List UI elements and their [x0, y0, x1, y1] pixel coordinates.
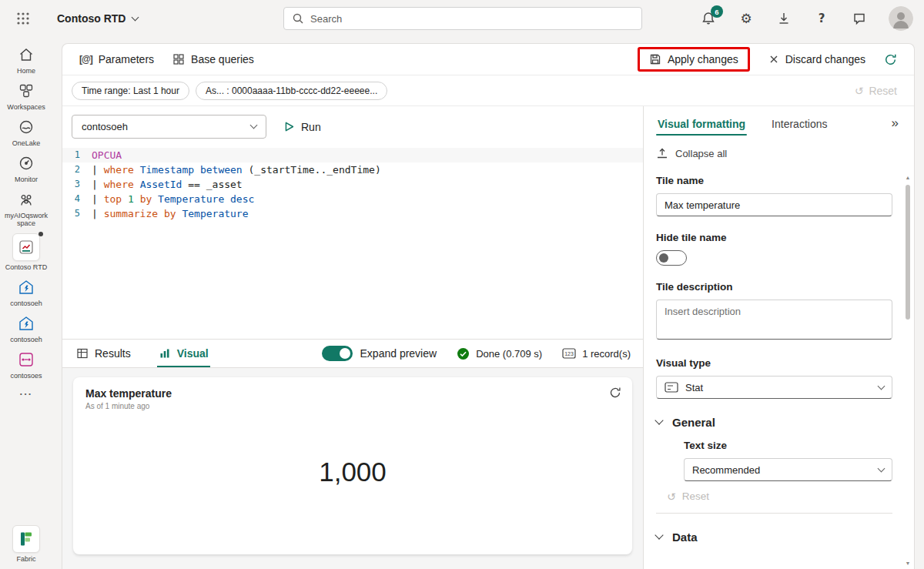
sidebar-item-label: Contoso RTD [5, 263, 47, 271]
discard-changes-button[interactable]: Discard changes [759, 53, 875, 65]
line-number: 2 [62, 162, 92, 177]
visual-type-label: Visual type [656, 357, 892, 369]
scroll-up-icon[interactable]: ▲ [904, 174, 912, 182]
chevron-down-icon [878, 464, 886, 472]
data-section-label: Data [672, 531, 698, 544]
close-icon [768, 54, 779, 65]
visual-type-dropdown[interactable]: Stat [656, 376, 892, 399]
asset-parameter-pill[interactable]: As... : 0000aaaa-11bb-cccc-dd22-eeeee... [196, 82, 387, 100]
reset-filters-button[interactable]: ↺ Reset [855, 85, 905, 97]
app-launcher-icon[interactable] [12, 8, 34, 29]
code-line[interactable]: 3| where AssetId == _asset [62, 177, 643, 192]
base-queries-button[interactable]: Base queries [163, 44, 263, 75]
collapse-all-button[interactable]: Collapse all [656, 147, 892, 159]
svg-text:123: 123 [564, 351, 574, 356]
feedback-button[interactable] [851, 10, 868, 27]
hide-tile-name-toggle[interactable] [656, 250, 687, 266]
sidebar-item-home[interactable]: Home [2, 45, 51, 75]
sidebar-item-label: contosoes [10, 372, 42, 380]
run-button[interactable]: Run [283, 121, 321, 133]
top-bar: Contoso RTD 6 ⚙ ? [0, 0, 924, 37]
tile-title: Max temperature [85, 387, 620, 400]
tile-name-input[interactable] [656, 193, 892, 216]
downloads-button[interactable] [775, 10, 792, 27]
scroll-down-icon[interactable]: ▼ [904, 560, 912, 567]
scrollbar-thumb[interactable] [906, 185, 910, 320]
notifications-button[interactable]: 6 [700, 10, 717, 27]
general-section-header[interactable]: General [656, 416, 892, 429]
query-controls: contosoeh Run [62, 106, 643, 146]
code-text: OPCUA [92, 148, 122, 162]
collapse-panel-icon[interactable]: » [892, 115, 899, 131]
text-size-label: Text size [684, 440, 892, 451]
reset-button-disabled[interactable]: ↺ Reset [667, 490, 892, 502]
code-line[interactable]: 5| summarize by Temperature [62, 206, 643, 221]
chevron-down-icon [132, 13, 139, 21]
tab-interactions[interactable]: Interactions [770, 108, 829, 139]
tab-results[interactable]: Results [75, 340, 132, 367]
workspaces-icon [16, 81, 36, 101]
visual-type-value: Stat [685, 382, 703, 393]
refresh-icon [884, 53, 897, 66]
data-section-header[interactable]: Data [656, 531, 892, 544]
sidebar-item-contosoeh-2[interactable]: contosoeh [2, 313, 51, 343]
collapse-all-label: Collapse all [675, 148, 727, 159]
refresh-button[interactable] [875, 53, 906, 66]
tab-visual[interactable]: Visual [157, 340, 210, 367]
parameters-icon: [@] [79, 54, 92, 65]
search-icon [292, 12, 304, 25]
tab-visual-formatting[interactable]: Visual formatting [656, 108, 747, 139]
line-number: 4 [62, 192, 92, 206]
apply-changes-button[interactable]: Apply changes [648, 53, 740, 65]
stat-tile: Max temperature As of 1 minute ago 1,000 [73, 377, 632, 554]
panel-scrollbar[interactable]: ▲ ▼ [904, 174, 912, 567]
grid-icon [172, 53, 185, 65]
sidebar-item-label: Workspaces [7, 103, 45, 111]
dashboard-editor: [@] Parameters Base queries Apply change… [62, 43, 915, 569]
sidebar-item-contoso-rtd[interactable]: Contoso RTD [2, 233, 51, 271]
code-line[interactable]: 1OPCUA [62, 148, 643, 162]
expand-preview-toggle[interactable]: Expand preview [322, 346, 437, 361]
top-bar-actions: 6 ⚙ ? [700, 6, 913, 31]
sidebar-item-onelake[interactable]: OneLake [2, 117, 51, 147]
sidebar-item-contosoeh-1[interactable]: contosoeh [2, 277, 51, 307]
sidebar-item-more[interactable]: ... [2, 386, 51, 397]
search-input[interactable] [310, 13, 634, 25]
time-range-pill[interactable]: Time range: Last 1 hour [72, 82, 189, 100]
code-line[interactable]: 4| top 1 by Temperature desc [62, 192, 643, 206]
tile-refresh-button[interactable] [609, 387, 621, 399]
text-size-dropdown[interactable]: Recommended [684, 458, 892, 481]
sidebar-item-contosoes[interactable]: contosoes [2, 350, 51, 380]
tile-description-input[interactable] [656, 300, 892, 340]
reset-filters-label: Reset [869, 85, 897, 97]
apply-changes-label: Apply changes [668, 53, 738, 65]
sidebar-item-myaioqsworkspace[interactable]: myAIOqsworkspace [2, 189, 51, 227]
bar-chart-icon [159, 347, 171, 360]
avatar[interactable] [889, 6, 913, 31]
download-icon [776, 11, 792, 26]
base-queries-label: Base queries [191, 53, 254, 65]
tab-visual-label: Visual [177, 347, 209, 360]
line-number: 3 [62, 177, 92, 192]
code-line[interactable]: 2| where Timestamp between (_startTime..… [62, 162, 643, 177]
filter-bar: Time range: Last 1 hour As... : 0000aaaa… [62, 75, 914, 106]
results-toolbar: Results Visual Expand preview Done [62, 339, 643, 368]
help-button[interactable]: ? [813, 10, 830, 27]
record-count-label: 1 record(s) [582, 348, 631, 360]
sidebar-item-fabric[interactable]: Fabric [2, 525, 51, 563]
undo-icon: ↺ [667, 491, 676, 502]
sidebar-item-workspaces[interactable]: Workspaces [2, 81, 51, 111]
fabric-logo-icon [18, 531, 35, 547]
sidebar-item-monitor[interactable]: Monitor [2, 153, 51, 183]
help-icon: ? [819, 13, 825, 25]
settings-button[interactable]: ⚙ [738, 10, 755, 27]
left-nav: Home Workspaces OneLake Monitor myAIOqsw… [0, 37, 52, 569]
records-icon: 123 [562, 348, 576, 359]
expand-preview-label: Expand preview [360, 347, 437, 360]
parameters-button[interactable]: [@] Parameters [70, 44, 163, 75]
code-editor[interactable]: 1OPCUA2| where Timestamp between (_start… [62, 146, 643, 339]
datasource-dropdown[interactable]: contosoeh [72, 115, 266, 139]
chevron-down-icon [654, 531, 663, 539]
fabric-tile [12, 525, 40, 553]
workspace-switcher[interactable]: Contoso RTD [57, 12, 138, 25]
